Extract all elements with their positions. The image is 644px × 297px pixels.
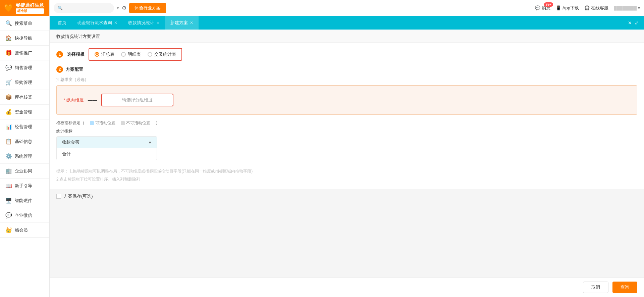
dimension-subsection: 汇总维度（必选） * 纵向维度 —— 请选择分组维度 xyxy=(56,77,637,115)
metrics-column-header: 收款金额 xyxy=(62,139,79,145)
radio-summary[interactable]: 汇总表 xyxy=(95,51,114,57)
app-download-btn[interactable]: 📱 App下载 xyxy=(556,5,579,11)
tab-payment-stats[interactable]: 收款情况统计 ✕ xyxy=(123,16,165,30)
sidebar-item-enterprise[interactable]: 🏢 企业协同 xyxy=(0,164,49,179)
industry-btn[interactable]: 体验行业方案 xyxy=(129,3,166,13)
sidebar-item-label: 资金管理 xyxy=(15,109,32,115)
dimension-placeholder: 请选择分组维度 xyxy=(122,97,153,102)
purchase-icon: 🛒 xyxy=(5,79,12,86)
sidebar-item-label: 采购管理 xyxy=(15,80,32,86)
sidebar-item-basic-info[interactable]: 📋 基础信息 xyxy=(0,134,49,149)
sales-icon: 💬 xyxy=(5,64,12,71)
tab-home[interactable]: 首页 xyxy=(52,20,72,26)
user-menu[interactable]: ████████ ▾ xyxy=(614,6,640,10)
query-button[interactable]: 查询 xyxy=(612,282,637,293)
tab-cash-flow[interactable]: 现金银行流水查询 ✕ xyxy=(72,16,123,30)
save-label: 方案保存(可选) xyxy=(64,193,93,199)
sidebar-item-label: 企业微信 xyxy=(15,212,32,218)
hint-line-2: 2.点击标题栏下拉可设置排序、插入列和删除列 xyxy=(56,176,637,183)
sidebar-item-purchase[interactable]: 🛒 采购管理 xyxy=(0,75,49,90)
hardware-icon: 🖥️ xyxy=(5,197,12,204)
form-section: 1 选择模板 汇总表 明细表 交叉统计表 xyxy=(50,43,644,189)
sidebar-item-quick-nav[interactable]: 🏠 快捷导航 xyxy=(0,31,49,46)
draggable-dot xyxy=(90,121,94,125)
sidebar-item-label: 库存核算 xyxy=(15,94,32,100)
guide-icon: 📖 xyxy=(5,183,12,189)
metrics-dropdown-arrow[interactable]: ▾ xyxy=(149,140,151,145)
header-dropdown-arrow[interactable]: ▾ xyxy=(117,5,119,10)
sidebar-item-search-menu[interactable]: 🔍 搜索菜单 xyxy=(0,16,49,31)
sidebar-item-system[interactable]: ⚙️ 系统管理 xyxy=(0,149,49,164)
dimension-row: * 纵向维度 —— 请选择分组维度 xyxy=(63,94,173,106)
step1-row: 1 选择模板 汇总表 明细表 交叉统计表 xyxy=(56,48,637,61)
page-title: 收款情况统计方案设置 xyxy=(50,30,644,43)
online-support-btn[interactable]: 🎧 在线客服 xyxy=(584,5,608,11)
radio-cross-label: 交叉统计表 xyxy=(154,51,176,57)
header-gear-icon[interactable]: ⚙ xyxy=(122,5,126,11)
tab-close-payment-stats[interactable]: ✕ xyxy=(156,20,160,25)
tab-close-new-plan[interactable]: ✕ xyxy=(190,20,193,25)
fixed-tag: 不可拖动位置 xyxy=(121,120,150,126)
notification-btn[interactable]: 💬 消息 99+ xyxy=(535,5,550,11)
sidebar-item-label: 企业协同 xyxy=(15,168,32,174)
radio-circle-detail xyxy=(121,52,126,57)
sidebar-item-label: 智能硬件 xyxy=(15,198,32,204)
sidebar-item-inventory[interactable]: 📦 库存核算 xyxy=(0,90,49,105)
footer-bar: 取消 查询 xyxy=(50,277,644,297)
sidebar-item-label: 营销推广 xyxy=(15,50,32,56)
sidebar-item-member[interactable]: 👑 畅会员 xyxy=(0,223,49,238)
page-content: 收款情况统计方案设置 1 选择模板 汇总表 明细表 xyxy=(50,30,644,277)
metrics-table-header[interactable]: 收款金额 ▾ xyxy=(57,137,157,148)
sidebar-item-sales[interactable]: 💬 销售管理 xyxy=(0,60,49,75)
radio-cross[interactable]: 交叉统计表 xyxy=(148,51,176,57)
dimension-area: * 纵向维度 —— 请选择分组维度 xyxy=(56,85,637,115)
member-icon: 👑 xyxy=(5,227,12,233)
dimension-arrow: —— xyxy=(88,97,97,103)
search-menu-icon: 🔍 xyxy=(5,20,12,27)
metrics-table: 收款金额 ▾ 合计 xyxy=(56,136,157,160)
sidebar-item-guide[interactable]: 📖 新手引导 xyxy=(0,179,49,193)
hint-line-1: 提示： 1.拖动标题栏可以调整布局，不可跨维度或指标区域拖动目字段(只能在同一维… xyxy=(56,168,637,175)
step1-label: 选择模板 xyxy=(67,51,85,57)
fixed-label: 不可拖动位置 xyxy=(126,120,150,126)
draggable-label: 可拖动位置 xyxy=(95,120,115,126)
step2-row: 2 方案配置 xyxy=(56,66,637,73)
content-area: 收款情况统计方案设置 1 选择模板 汇总表 明细表 xyxy=(50,30,644,297)
sidebar-item-label: 销售管理 xyxy=(15,65,32,71)
dimension-select[interactable]: 请选择分组维度 xyxy=(101,94,173,106)
sidebar-logo: 🧡 畅捷通好生意 标准版 xyxy=(0,0,49,16)
enterprise-icon: 🏢 xyxy=(5,168,12,174)
main-area: 🔍 ▾ ⚙ 体验行业方案 💬 消息 99+ 📱 App下载 🎧 在线客服 ███… xyxy=(50,0,644,297)
save-checkbox[interactable] xyxy=(56,194,61,199)
sidebar-item-label: 基础信息 xyxy=(15,139,32,145)
logo-badge: 标准版 xyxy=(16,8,44,14)
top-header: 🔍 ▾ ⚙ 体验行业方案 💬 消息 99+ 📱 App下载 🎧 在线客服 ███… xyxy=(50,0,644,16)
sidebar-item-operations[interactable]: 📊 经营管理 xyxy=(0,119,49,134)
sidebar-item-marketing[interactable]: 🎁 营销推广 xyxy=(0,46,49,60)
radio-detail[interactable]: 明细表 xyxy=(121,51,141,57)
tab-close-cash-flow[interactable]: ✕ xyxy=(114,20,117,25)
basic-info-icon: 📋 xyxy=(5,138,12,145)
sidebar-item-finance[interactable]: 💰 资金管理 xyxy=(0,105,49,119)
cancel-button[interactable]: 取消 xyxy=(583,282,608,293)
message-icon: 💬 xyxy=(535,5,540,10)
window-maximize-btn[interactable]: ⤢ xyxy=(635,20,639,26)
metrics-section: 模板指标设定（ 可拖动位置 不可拖动位置 ） xyxy=(56,120,637,161)
sidebar-item-wechat[interactable]: 💬 企业微信 xyxy=(0,208,49,223)
sidebar-item-label: 经营管理 xyxy=(15,124,32,130)
tab-new-plan[interactable]: 新建方案 ✕ xyxy=(165,16,199,30)
user-avatar: ████████ xyxy=(614,6,637,10)
window-controls: ✕ ⤢ xyxy=(625,20,641,26)
radio-circle-summary xyxy=(95,52,99,57)
sidebar-item-hardware[interactable]: 🖥️ 智能硬件 xyxy=(0,193,49,208)
metrics-header-text: 模板指标设定（ xyxy=(56,120,85,126)
window-close-btn[interactable]: ✕ xyxy=(628,20,632,26)
header-search-box[interactable]: 🔍 xyxy=(54,3,114,13)
sidebar-item-label: 新手引导 xyxy=(15,183,32,189)
notification-badge: 99+ xyxy=(544,2,553,7)
finance-icon: 💰 xyxy=(5,109,12,115)
dimension-title: 汇总维度（必选） xyxy=(56,77,637,83)
vertical-dimension-label: * 纵向维度 xyxy=(63,97,84,103)
metrics-header: 模板指标设定（ 可拖动位置 不可拖动位置 ） xyxy=(56,120,637,126)
draggable-tag: 可拖动位置 xyxy=(90,120,115,126)
